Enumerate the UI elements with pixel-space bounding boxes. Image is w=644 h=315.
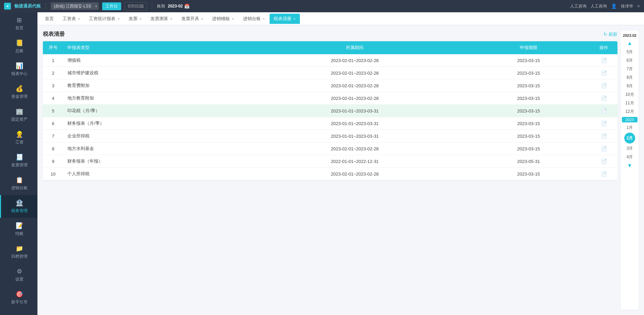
- sidebar-item-tax[interactable]: 🏦 税务管理: [0, 195, 37, 218]
- timeline-month-9[interactable]: 9月: [621, 82, 639, 90]
- sidebar-label-reports: 报表中心: [11, 71, 28, 77]
- tab-payroll[interactable]: 工资表 ×: [59, 14, 84, 24]
- table-row: 9 财务报表（年报） 2022-01-01~2022-12-31 2023-05…: [43, 155, 617, 168]
- sidebar-label-invoices: 发票管理: [11, 162, 28, 168]
- ai-consult-text[interactable]: 人工咨询: [591, 3, 607, 9]
- action-icon-8[interactable]: 📄: [601, 159, 607, 164]
- col-action: 操作: [590, 41, 617, 54]
- cell-period-9: 2023-02-01~2023-02-28: [243, 168, 467, 180]
- tab-close-invoice[interactable]: ×: [140, 17, 142, 21]
- timeline-year-2023[interactable]: 2023: [622, 117, 638, 122]
- timeline-month-5[interactable]: 5月: [621, 48, 639, 56]
- refresh-button[interactable]: ↻ 刷新: [603, 31, 617, 38]
- cell-action-0: 📄: [590, 54, 617, 67]
- sidebar-item-reports[interactable]: 📊 报表中心: [0, 58, 37, 81]
- timeline-month-apr[interactable]: 4月: [621, 153, 639, 161]
- cell-period-4: 2023-01-01~2023-03-31: [243, 105, 467, 117]
- timeline-month-mar[interactable]: 3月: [621, 144, 639, 153]
- action-icon-6[interactable]: 📄: [601, 133, 607, 139]
- timeline-month-10[interactable]: 10月: [621, 90, 639, 99]
- cell-action-5: 📄: [590, 117, 617, 130]
- tab-close-invoice-calc[interactable]: ×: [170, 17, 172, 21]
- tax-icon: 🏦: [16, 199, 23, 207]
- action-icon-7[interactable]: 📄: [601, 146, 607, 151]
- tab-sales-audit[interactable]: 进销稽核 ×: [208, 14, 238, 24]
- timeline-month-feb-active[interactable]: 2月: [624, 133, 635, 144]
- cell-action-6: 📄: [590, 130, 617, 142]
- tab-home[interactable]: 首页: [41, 14, 58, 24]
- cell-deadline-0: 2023-03-15: [467, 54, 590, 67]
- tab-invoice[interactable]: 发票 ×: [125, 14, 146, 24]
- tab-close-tax-list[interactable]: ×: [293, 17, 295, 21]
- top-bar: ✦ 畅捷通易代账 (勿动) 江西报宝-LSS 工作台 切到旧版 账期 2023-…: [0, 0, 644, 12]
- tab-sales-ledger[interactable]: 进销台账 ×: [239, 14, 269, 24]
- sidebar-item-ledger[interactable]: 📒 总账: [0, 35, 37, 58]
- timeline-down-button[interactable]: ▼: [626, 161, 634, 170]
- logo-glyph: ✦: [6, 4, 9, 8]
- tab-invoice-issue[interactable]: 发票开具 ×: [177, 14, 207, 24]
- timeline-month-8[interactable]: 8月: [621, 73, 639, 82]
- main-layout: ⊞ 首页 📒 总账 📊 报表中心 💰 资金管理 🏢 固定资产 👷 工资 🧾 发票…: [0, 12, 644, 315]
- cell-period-5: 2023-01-01~2023-03-31: [243, 117, 467, 130]
- app-logo-icon: ✦: [4, 3, 11, 10]
- tab-close-sales-audit[interactable]: ×: [232, 17, 234, 21]
- tab-tax-list[interactable]: 税表清册 ×: [270, 14, 300, 24]
- switch-version-button[interactable]: 切到旧版: [125, 2, 147, 11]
- company-selector[interactable]: (勿动) 江西报宝-LSS: [51, 2, 99, 10]
- table-row: 6 财务报表（月/季） 2023-01-01~2023-03-31 2023-0…: [43, 117, 617, 130]
- sales-ledger-icon: 📋: [16, 176, 23, 184]
- timeline-month-12[interactable]: 12月: [621, 107, 639, 116]
- cell-type-2: 教育费附加: [63, 79, 243, 92]
- period-value: 2023-02: [168, 4, 183, 9]
- sidebar-item-sales-ledger[interactable]: 📋 进销台账: [0, 172, 37, 195]
- tab-close-sales-ledger[interactable]: ×: [263, 17, 265, 21]
- member-icon: ♦: [18, 313, 21, 315]
- assets-icon: 🏢: [16, 108, 23, 115]
- sidebar: ⊞ 首页 📒 总账 📊 报表中心 💰 资金管理 🏢 固定资产 👷 工资 🧾 发票…: [0, 12, 37, 315]
- sidebar-item-settings[interactable]: ⚙ 设置: [0, 264, 37, 286]
- sidebar-item-payroll[interactable]: 👷 工资: [0, 126, 37, 149]
- workspace-button[interactable]: 工作台: [102, 2, 121, 10]
- col-type: 申报表类型: [63, 41, 243, 54]
- close-icon[interactable]: ×: [637, 3, 640, 9]
- cell-action-3: 📄: [590, 92, 617, 105]
- tab-invoice-calc[interactable]: 发票测算 ×: [146, 14, 176, 24]
- tab-payroll-stats[interactable]: 工资统计报表 ×: [85, 14, 124, 24]
- sidebar-item-assets[interactable]: 🏢 固定资产: [0, 104, 37, 126]
- page-content: 税表清册 ↻ 刷新 序号 申报表类型 所属期间 申报期限 操作: [37, 25, 644, 315]
- timeline-up-button[interactable]: ▲: [626, 39, 634, 48]
- sidebar-item-funds[interactable]: 💰 资金管理: [0, 81, 37, 104]
- cell-deadline-4: 2023-03-15: [467, 105, 590, 117]
- cell-deadline-3: 2023-03-15: [467, 92, 590, 105]
- company-dropdown[interactable]: (勿动) 江西报宝-LSS: [51, 2, 99, 10]
- sidebar-label-guide: 新手引导: [11, 299, 28, 305]
- tab-close-payroll-stats[interactable]: ×: [117, 17, 119, 21]
- action-icon-5[interactable]: 📄: [601, 121, 607, 126]
- ai-consult-link[interactable]: 人工咨询: [570, 3, 586, 9]
- timeline-month-7[interactable]: 7月: [621, 65, 639, 73]
- sidebar-item-archive[interactable]: 📁 归档管理: [0, 241, 37, 264]
- tab-close-invoice-issue[interactable]: ×: [201, 17, 203, 21]
- sidebar-item-home[interactable]: ⊞ 首页: [0, 12, 37, 35]
- timeline-month-6[interactable]: 6月: [621, 56, 639, 65]
- action-icon-3[interactable]: 📄: [601, 95, 607, 101]
- sidebar-item-closing[interactable]: 📝 结账: [0, 218, 37, 241]
- tab-close-payroll[interactable]: ×: [78, 17, 80, 21]
- top-divider-2: [152, 3, 152, 9]
- cell-type-9: 个人所得税: [63, 168, 243, 180]
- cell-deadline-6: 2023-03-15: [467, 130, 590, 142]
- user-name[interactable]: 徐泽华: [621, 3, 633, 9]
- timeline-month-jan[interactable]: 1月: [621, 123, 639, 132]
- action-icon-0[interactable]: 📄: [601, 58, 607, 63]
- calendar-icon[interactable]: 📅: [184, 4, 190, 9]
- action-icon-4[interactable]: 📄: [601, 108, 607, 114]
- timeline-month-11[interactable]: 11月: [621, 99, 639, 107]
- sidebar-item-guide[interactable]: 🎯 新手引导: [0, 286, 37, 309]
- action-icon-1[interactable]: 📄: [601, 70, 607, 76]
- user-avatar: 👤: [611, 3, 617, 9]
- sidebar-item-member[interactable]: ♦ 畅会员: [0, 309, 37, 315]
- action-icon-9[interactable]: 📄: [601, 171, 607, 177]
- cell-no-3: 4: [43, 92, 63, 105]
- sidebar-item-invoices[interactable]: 🧾 发票管理: [0, 149, 37, 172]
- action-icon-2[interactable]: 📄: [601, 83, 607, 88]
